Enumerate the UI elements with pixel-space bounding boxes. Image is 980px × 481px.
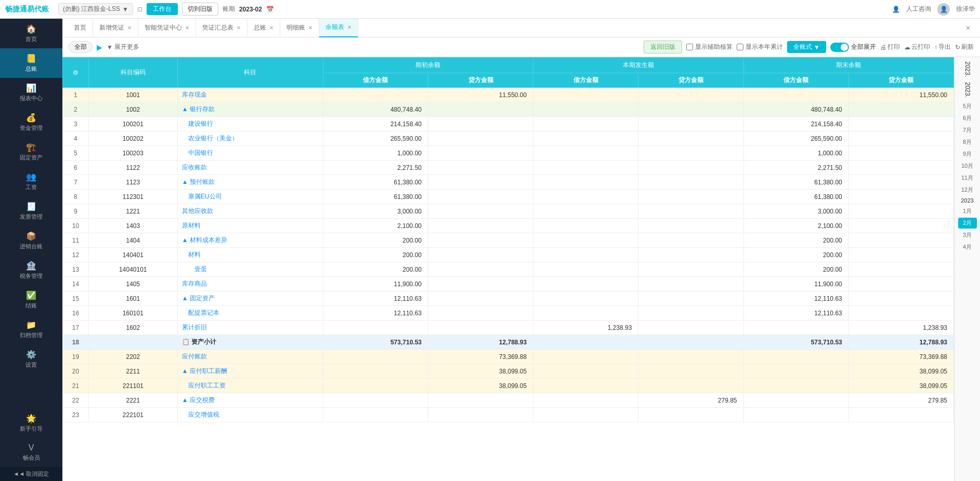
company-selector[interactable]: (勿删) 江西股金-LSS ▼	[58, 3, 133, 15]
full-mode-button[interactable]: 全账式 ▼	[787, 41, 826, 53]
row-cur-debit-cell	[533, 102, 638, 117]
consult-label[interactable]: 人工咨询	[906, 5, 931, 14]
sidebar-item-salary[interactable]: 👥 工资	[0, 167, 62, 196]
row-name-cell[interactable]: 中国银行	[177, 146, 323, 161]
month-item-11[interactable]: 11月	[958, 172, 977, 183]
sidebar-archive-label: 归档管理	[20, 331, 43, 339]
row-name-cell[interactable]: 应付职工工资	[177, 379, 323, 393]
month-item-7[interactable]: 7月	[958, 125, 977, 136]
expand-all-toggle[interactable]	[830, 43, 849, 52]
app-logo: 畅捷通易代账	[5, 5, 49, 14]
switch-old-version-button[interactable]: 切到旧版	[182, 3, 218, 16]
sidebar-item-member[interactable]: V 畅会员	[0, 438, 62, 467]
month-item-4[interactable]: 4月	[958, 242, 977, 252]
row-name-cell[interactable]: 其他应收款	[177, 204, 323, 219]
tab-balance[interactable]: 余额表 ✕	[319, 19, 358, 37]
sidebar-item-purchase[interactable]: 📦 进销台账	[0, 226, 62, 256]
row-cur-debit-cell	[533, 233, 638, 248]
month-item-10[interactable]: 10月	[958, 161, 977, 171]
sidebar-item-capital[interactable]: 💰 资金管理	[0, 108, 62, 137]
row-end-debit-cell	[743, 88, 848, 102]
row-name-cell[interactable]: 应付账款	[177, 350, 323, 364]
tab-ledger-close[interactable]: ✕	[269, 25, 273, 31]
row-name-cell[interactable]: ▲ 材料成本差异	[177, 233, 323, 248]
tab-ledger[interactable]: 总账 ✕	[247, 19, 280, 37]
row-name-cell[interactable]: 应交增值税	[177, 408, 323, 422]
table-row: 16160101配提票记本12,110.6312,110.63	[63, 306, 954, 320]
tab-voucher-summary-close[interactable]: ✕	[237, 25, 241, 31]
row-name-cell[interactable]: 建设银行	[177, 117, 323, 131]
row-name-cell[interactable]: ▲ 应交税费	[177, 393, 323, 408]
sidebar-item-home[interactable]: 🏠 首页	[0, 19, 62, 48]
show-auxiliary-checkbox-group[interactable]: 显示辅助核算	[686, 43, 733, 51]
row-start-credit-cell	[428, 161, 533, 175]
row-seq-cell: 20	[63, 364, 89, 379]
month-item-2[interactable]: 2月	[958, 218, 977, 229]
show-year-cumulative-checkbox-group[interactable]: 显示本年累计	[737, 43, 783, 51]
sidebar-item-tax[interactable]: 🏦 税务管理	[0, 256, 62, 285]
tab-balance-close[interactable]: ✕	[347, 24, 351, 30]
tab-smart-verify[interactable]: 智能凭证中心 ✕	[138, 19, 196, 37]
sidebar-item-settlement[interactable]: ✅ 结账	[0, 285, 62, 315]
tab-add-voucher-close[interactable]: ✕	[127, 25, 132, 31]
refresh-button[interactable]: ↻ 刷新	[955, 43, 974, 51]
month-item-5[interactable]: 5月	[958, 101, 977, 112]
tab-home[interactable]: 首页	[68, 19, 93, 37]
settings-col-header[interactable]: ⚙	[63, 58, 89, 88]
row-name-cell[interactable]: 材料	[177, 248, 323, 262]
filter-arrow-icon[interactable]: ▶	[97, 43, 102, 51]
row-seq-cell: 2	[63, 102, 89, 117]
sidebar-item-ledger[interactable]: 📒 总账	[0, 48, 62, 78]
row-name-cell[interactable]: 应收账款	[177, 161, 323, 175]
tab-smart-verify-close[interactable]: ✕	[185, 25, 189, 31]
back-old-version-button[interactable]: 返回旧版	[644, 41, 682, 54]
sidebar-item-fixed-assets[interactable]: 🏗️ 固定资产	[0, 137, 62, 167]
tab-voucher-summary[interactable]: 凭证汇总表 ✕	[196, 19, 247, 37]
row-name-cell[interactable]: ▲ 固定资产	[177, 291, 323, 306]
sidebar-item-reports[interactable]: 📊 报表中心	[0, 78, 62, 108]
row-name-cell[interactable]: 累计折旧	[177, 320, 323, 335]
unpin-button[interactable]: ◄◄ 取消固定	[0, 467, 62, 481]
export-button[interactable]: ↑ 导出	[934, 43, 951, 51]
row-name-cell[interactable]: ▲ 银行存款	[177, 102, 323, 117]
row-name-cell[interactable]: 库存现金	[177, 88, 323, 102]
row-start-credit-cell: 11,550.00	[428, 88, 533, 102]
row-start-debit-cell: 200.00	[323, 262, 428, 277]
month-item-3[interactable]: 3月	[958, 230, 977, 240]
tab-detail-close[interactable]: ✕	[308, 25, 312, 31]
tab-detail[interactable]: 明细账 ✕	[280, 19, 319, 37]
row-cur-credit-cell	[638, 408, 743, 422]
copy-icon[interactable]: ⊡	[137, 6, 142, 13]
row-name-cell[interactable]: 配提票记本	[177, 306, 323, 320]
sidebar-item-settings[interactable]: ⚙️ 设置	[0, 344, 62, 374]
row-name-cell[interactable]: 库存商品	[177, 277, 323, 291]
month-item-12[interactable]: 12月	[958, 184, 977, 195]
show-year-cumulative-checkbox[interactable]	[737, 44, 743, 50]
month-item-8[interactable]: 8月	[958, 137, 977, 148]
tab-add-voucher[interactable]: 新增凭证 ✕	[93, 19, 138, 37]
filter-all-tag[interactable]: 全部	[69, 41, 93, 53]
month-item-9[interactable]: 9月	[958, 149, 977, 159]
row-end-credit-cell	[848, 277, 953, 291]
sidebar-item-guide[interactable]: 🌟 新手引导	[0, 408, 62, 438]
row-name-cell[interactable]: 塞属EU公司	[177, 190, 323, 204]
close-all-tabs-button[interactable]: ✕	[961, 24, 975, 32]
row-end-credit-cell	[848, 117, 953, 131]
row-name-cell[interactable]: 原材料	[177, 219, 323, 233]
row-end-debit-cell: 2,271.50	[743, 161, 848, 175]
row-name-cell[interactable]: 农业银行（美金）	[177, 131, 323, 146]
row-name-cell[interactable]: ▲ 预付账款	[177, 175, 323, 190]
calendar-icon[interactable]: 📅	[266, 6, 274, 13]
show-auxiliary-checkbox[interactable]	[686, 44, 693, 50]
month-item-6[interactable]: 6月	[958, 113, 977, 124]
month-item-1[interactable]: 1月	[958, 206, 977, 217]
sidebar-item-invoice[interactable]: 🧾 发票管理	[0, 196, 62, 226]
row-name-cell[interactable]: ▲ 应付职工薪酬	[177, 364, 323, 379]
expand-more-button[interactable]: ▼ 展开更多	[107, 43, 139, 51]
row-seq-cell: 22	[63, 393, 89, 408]
sidebar-item-archive[interactable]: 📁 归档管理	[0, 315, 62, 344]
workbench-button[interactable]: 工作台	[147, 3, 178, 15]
print-button[interactable]: 🖨 打印	[880, 43, 900, 51]
row-name-cell[interactable]: 壹蛋	[177, 262, 323, 277]
cloud-print-button[interactable]: ☁ 云打印	[904, 43, 930, 51]
